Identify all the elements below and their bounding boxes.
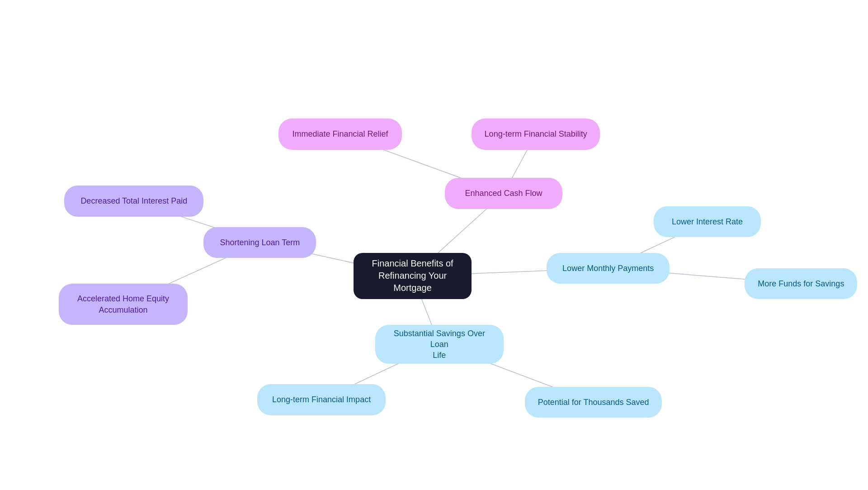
lower-monthly-payments-node: Lower Monthly Payments	[547, 253, 670, 284]
connections-svg	[0, 0, 868, 490]
center-node: Financial Benefits ofRefinancing Your Mo…	[354, 253, 472, 300]
substantial-savings-node: Substantial Savings Over LoanLife	[375, 325, 504, 364]
immediate-financial-relief-node: Immediate Financial Relief	[278, 119, 402, 149]
mind-map-container: Financial Benefits ofRefinancing Your Mo…	[0, 0, 868, 490]
decreased-interest-node: Decreased Total Interest Paid	[64, 186, 203, 216]
home-equity-node: Accelerated Home EquityAccumulation	[59, 284, 187, 325]
shortening-loan-term-node: Shortening Loan Term	[203, 227, 316, 258]
lower-interest-rate-node: Lower Interest Rate	[654, 206, 761, 237]
enhanced-cash-flow-node: Enhanced Cash Flow	[445, 178, 563, 209]
longterm-impact-node: Long-term Financial Impact	[257, 384, 386, 415]
more-funds-savings-node: More Funds for Savings	[745, 268, 857, 299]
potential-thousands-node: Potential for Thousands Saved	[525, 387, 661, 418]
longterm-stability-node: Long-term Financial Stability	[472, 119, 600, 149]
